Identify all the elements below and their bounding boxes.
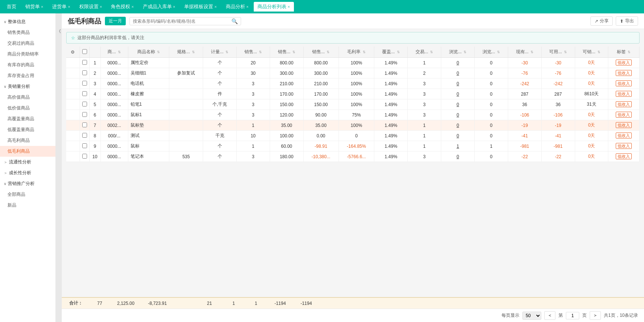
select-all-checkbox[interactable] [82,49,87,54]
nav-close-icon[interactable]: × [131,4,134,9]
sidebar-group-overall[interactable]: ∨ 整体信息 [0,16,55,27]
next-page-button[interactable]: ＞ [590,311,601,320]
cell-checkbox[interactable] [80,141,89,152]
col-spec[interactable]: 规格... ⇅ [169,47,203,58]
cell-no: 8 [89,131,100,141]
row-checkbox[interactable] [82,143,87,148]
row-checkbox[interactable] [82,91,87,96]
col-gross-rate[interactable]: 毛利率 ⇅ [339,47,374,58]
cell-views1[interactable]: 0 [441,89,475,99]
share-button[interactable]: ↗ 分享 [590,16,613,26]
cell-checkbox[interactable] [80,120,89,131]
sidebar-group-beauty-sales[interactable]: ∨ 美销量分析 [0,81,55,92]
cell-checkbox[interactable] [80,110,89,120]
nav-close-icon[interactable]: × [214,4,217,9]
sidebar-item-high-coverage[interactable]: 高覆盖量商品 [0,114,55,124]
nav-product-analysis-list[interactable]: 商品分析列表 × [254,2,294,12]
cell-checkbox[interactable] [80,99,89,110]
col-current[interactable]: 现有... ⇅ [508,47,541,58]
cell-views1[interactable]: 0 [441,120,475,131]
col-coverage[interactable]: 覆盖... ⇅ [374,47,408,58]
sidebar-group-growth[interactable]: ＞ 成长性分析 [0,168,55,178]
nav-close-icon[interactable]: × [68,4,70,9]
row-checkbox[interactable] [82,154,87,159]
nav-product-entry[interactable]: 产成品入库单 × [139,2,179,12]
cell-views1[interactable]: 0 [441,110,475,120]
row-checkbox[interactable] [82,133,87,138]
col-sales-amt[interactable]: 销售... ⇅ [270,47,303,58]
sidebar-item-low-value[interactable]: 低价值商品 [0,103,55,114]
table-row: 3 0000... 电话机 个 3 210.00 210.00 100% 1.4… [66,79,640,89]
cell-views1[interactable]: 1 [441,141,475,152]
nav-template-settings[interactable]: 单据模板设置 × [180,2,220,12]
nav-close-icon[interactable]: × [100,4,102,9]
nav-sales-order[interactable]: 销货单 × [22,2,47,12]
sidebar-item-sales-products[interactable]: 销售类商品 [0,27,55,38]
cell-tag: 低收入 [608,68,640,79]
date-filter-button[interactable]: 近一月 [105,17,126,25]
cell-views1[interactable]: 0 [441,99,475,110]
sidebar-group-marketing[interactable]: ∨ 营销推广分析 [0,178,55,189]
nav-close-icon[interactable]: × [41,4,43,9]
cell-views1[interactable]: 0 [441,152,475,162]
sidebar-item-new-products[interactable]: 新品 [0,200,55,211]
row-checkbox[interactable] [82,60,87,65]
sidebar-item-stock-capital[interactable]: 库存资金占用 [0,70,55,81]
cell-views1[interactable]: 0 [441,79,475,89]
row-checkbox[interactable] [82,122,87,127]
col-settings[interactable]: ⚙ [66,47,80,58]
col-name[interactable]: 商品名称 ⇅ [128,47,169,58]
col-sales-profit[interactable]: 销售... ⇅ [303,47,339,58]
cell-views1[interactable]: 0 [441,68,475,79]
col-views1[interactable]: 浏览... ⇅ [441,47,475,58]
cell-checkbox[interactable] [80,152,89,162]
cell-views1[interactable]: 0 [441,131,475,141]
search-input[interactable] [133,19,231,24]
cell-checkbox[interactable] [80,58,89,68]
nav-close-active-icon[interactable]: × [288,4,290,9]
sidebar-collapse-button[interactable]: 《 [56,13,62,322]
col-trade-count[interactable]: 交易... ⇅ [408,47,441,58]
sidebar-item-category-rate[interactable]: 商品分类助销率 [0,49,55,60]
sidebar-item-all-products[interactable]: 全部商品 [0,189,55,200]
col-code[interactable]: 商... ⇅ [100,47,128,58]
cell-name: 电话机 [128,79,169,89]
sidebar-item-in-stock[interactable]: 有库存的商品 [0,60,55,70]
sidebar-item-high-margin[interactable]: 高毛利商品 [0,135,55,146]
sidebar-item-low-margin[interactable]: 低毛利商品 [0,146,55,157]
col-tag[interactable]: 标签 ⇅ [608,47,640,58]
nav-close-icon[interactable]: × [246,4,249,9]
cell-views1[interactable]: 0 [441,58,475,68]
col-unit[interactable]: 计量... ⇅ [203,47,237,58]
col-saleable[interactable]: 可销... ⇅ [575,47,608,58]
cell-checkbox[interactable] [80,131,89,141]
sidebar-group-circulation[interactable]: ＞ 流通性分析 [0,157,55,168]
nav-role-auth[interactable]: 角色授权 × [107,2,137,12]
nav-product-analysis[interactable]: 商品分析 × [222,2,252,12]
cell-checkbox[interactable] [80,89,89,99]
row-checkbox[interactable] [82,102,87,106]
row-checkbox[interactable] [82,112,87,117]
page-number-input[interactable] [566,312,579,319]
cell-saleable: 0天 [575,68,608,79]
sidebar-item-low-coverage[interactable]: 低覆盖量商品 [0,124,55,135]
search-icon[interactable]: 🔍 [231,18,238,24]
nav-purchase-order[interactable]: 进货单 × [48,2,74,12]
sidebar-item-high-value[interactable]: 高价值商品 [0,92,55,103]
col-views2[interactable]: 浏览... ⇅ [474,47,508,58]
prev-page-button[interactable]: ＜ [544,311,555,320]
col-available[interactable]: 可用... ⇅ [541,47,575,58]
cell-saleable: 31天 [575,99,608,110]
sidebar-item-traded-products[interactable]: 交易过的商品 [0,38,55,49]
nav-home[interactable]: 首页 [3,2,20,12]
row-checkbox[interactable] [82,81,87,86]
row-checkbox[interactable] [82,70,87,75]
col-sales-qty[interactable]: 销售... ⇅ [236,47,270,58]
page-size-select[interactable]: 50 20 100 [522,312,541,320]
cell-checkbox[interactable] [80,68,89,79]
cell-code: 0000... [100,68,128,79]
nav-permissions[interactable]: 权限设置 × [76,2,106,12]
cell-checkbox[interactable] [80,79,89,89]
nav-close-icon[interactable]: × [173,4,175,9]
export-button[interactable]: ⬆ 导出 [616,16,638,26]
